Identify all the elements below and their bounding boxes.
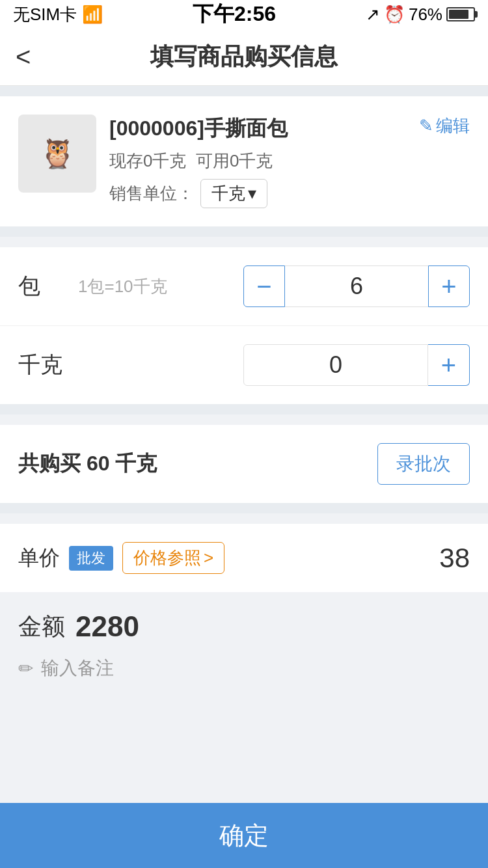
pencil-icon: ✏: [18, 658, 33, 679]
unit-selector[interactable]: 千克 ▾: [200, 179, 267, 208]
status-bar: 无SIM卡 📶 下午2:56 ↗ ⏰ 76%: [0, 0, 488, 29]
alarm-icon: ⏰: [384, 5, 405, 25]
amount-section: 金额 2280 ✏ 输入备注: [0, 592, 488, 691]
bao-quantity-control: − +: [243, 265, 470, 307]
location-icon: ↗: [366, 5, 380, 25]
product-card: 🦉 [0000006]手撕面包 现存0千克 可用0千克 销售单位： 千克 ▾ ✎…: [0, 96, 488, 226]
product-logo: 🦉: [40, 137, 75, 170]
time-display: 下午2:56: [193, 0, 276, 29]
amount-row: 金额 2280: [18, 610, 470, 643]
form-section: 包 1包=10千克 − + 千克 +: [0, 247, 488, 404]
remark-placeholder: 输入备注: [41, 656, 114, 681]
amount-label: 金额: [18, 611, 65, 643]
status-left: 无SIM卡 📶: [13, 3, 103, 26]
price-label: 单价: [18, 544, 60, 573]
price-value: 38: [439, 543, 470, 574]
bao-hint: 1包=10千克: [78, 275, 243, 298]
product-info: [0000006]手撕面包 现存0千克 可用0千克 销售单位： 千克 ▾: [109, 115, 470, 208]
remark-row[interactable]: ✏ 输入备注: [18, 656, 470, 681]
bao-label: 包: [18, 271, 70, 301]
battery-text: 76%: [409, 5, 442, 25]
chevron-right-icon: >: [204, 548, 213, 568]
carrier-text: 无SIM卡: [13, 3, 77, 26]
kg-plus-button[interactable]: +: [428, 344, 470, 386]
summary-text: 共购买 60 千克: [18, 450, 157, 478]
kg-quantity-control: +: [243, 344, 470, 386]
back-button[interactable]: <: [16, 42, 31, 72]
kg-quantity-input[interactable]: [243, 344, 428, 386]
edit-icon: ✎: [419, 116, 433, 136]
confirm-button[interactable]: 确定: [0, 803, 488, 868]
status-right: ↗ ⏰ 76%: [366, 5, 475, 25]
bao-row: 包 1包=10千克 − +: [0, 247, 488, 326]
top-divider: [0, 86, 488, 96]
price-section: 单价 批发 价格参照 > 38: [0, 524, 488, 592]
bao-plus-button[interactable]: +: [428, 265, 470, 307]
bao-minus-button[interactable]: −: [243, 265, 285, 307]
batch-button[interactable]: 录批次: [377, 443, 470, 485]
mid-divider-2: [0, 404, 488, 414]
price-reference-button[interactable]: 价格参照 >: [122, 542, 224, 574]
bao-quantity-input[interactable]: [285, 265, 428, 307]
page-title: 填写商品购买信息: [150, 41, 338, 73]
product-image: 🦉: [18, 115, 96, 193]
price-row: 单价 批发 价格参照 > 38: [18, 542, 470, 574]
price-type-badge: 批发: [69, 546, 113, 571]
kg-row: 千克 +: [0, 326, 488, 404]
nav-bar: < 填写商品购买信息: [0, 29, 488, 86]
battery-icon: [446, 7, 475, 21]
amount-value: 2280: [75, 610, 139, 643]
edit-button[interactable]: ✎ 编辑: [419, 115, 470, 137]
mid-divider-3: [0, 503, 488, 513]
chevron-down-icon: ▾: [248, 183, 256, 204]
wifi-icon: 📶: [82, 5, 103, 25]
product-unit: 销售单位： 千克 ▾: [109, 179, 470, 208]
product-stock: 现存0千克 可用0千克: [109, 150, 470, 172]
kg-label: 千克: [18, 350, 243, 380]
summary-row: 共购买 60 千克 录批次: [0, 425, 488, 503]
mid-divider-1: [0, 226, 488, 237]
product-name: [0000006]手撕面包: [109, 115, 470, 143]
